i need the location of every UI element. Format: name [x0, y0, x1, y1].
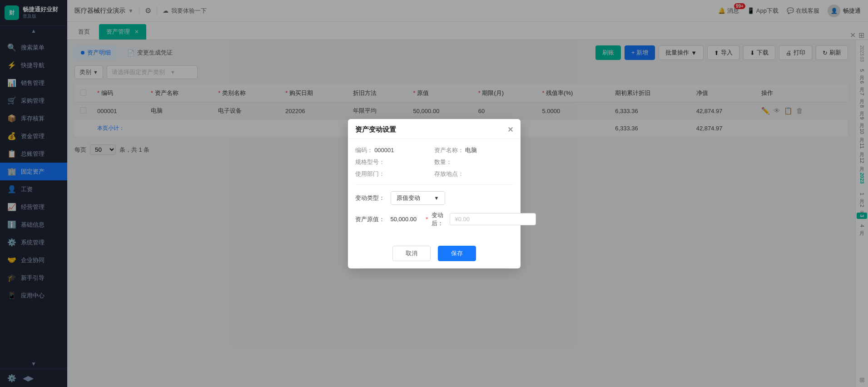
change-type-dropdown-icon: ▼ [434, 195, 439, 201]
location-label: 存放地点： [434, 170, 464, 177]
after-change-input[interactable] [450, 213, 536, 225]
dialog-body: 编码： 000001 资产名称： 电脑 规格型号： 数量： 使用部门： [348, 139, 521, 241]
qty-label: 数量： [434, 159, 452, 165]
dialog-close-icon[interactable]: ✕ [507, 125, 513, 134]
cancel-label: 取消 [406, 250, 417, 257]
dialog-title: 资产变动设置 [355, 125, 396, 134]
spec-label: 规格型号： [355, 159, 385, 165]
dialog-header: 资产变动设置 ✕ [348, 119, 521, 139]
asset-value-row: 资产原值： 50,000.00 * 变动后： [355, 211, 513, 228]
change-type-value: 原值变动 [397, 194, 420, 202]
save-button[interactable]: 保存 [438, 246, 476, 261]
code-value: 000001 [374, 147, 394, 154]
dialog-qty-field: 数量： [434, 158, 513, 166]
original-value-label: 资产原值： [355, 215, 387, 223]
change-type-label: 变动类型： [355, 194, 387, 202]
change-type-row: 变动类型： 原值变动 ▼ [355, 191, 513, 205]
change-type-select[interactable]: 原值变动 ▼ [391, 191, 445, 205]
asset-name-value: 电脑 [465, 147, 477, 154]
dialog-info-grid: 编码： 000001 资产名称： 电脑 规格型号： 数量： 使用部门： [355, 146, 513, 178]
asset-change-dialog: 资产变动设置 ✕ 编码： 000001 资产名称： 电脑 规格型号： 数量： [348, 119, 521, 268]
modal-overlay: 资产变动设置 ✕ 编码： 000001 资产名称： 电脑 规格型号： 数量： [0, 0, 868, 387]
dept-label: 使用部门： [355, 170, 385, 177]
dialog-dept-field: 使用部门： [355, 170, 434, 178]
original-value-display: 50,000.00 [391, 216, 417, 223]
dialog-code-field: 编码： 000001 [355, 146, 434, 154]
asset-name-label: 资产名称： [434, 147, 464, 154]
dialog-location-field: 存放地点： [434, 170, 513, 178]
code-label: 编码： [355, 147, 373, 154]
cancel-button[interactable]: 取消 [392, 246, 431, 261]
dialog-footer: 取消 保存 [348, 241, 521, 268]
dialog-name-field: 资产名称： 电脑 [434, 146, 513, 154]
required-star: * [426, 216, 428, 223]
dialog-spec-field: 规格型号： [355, 158, 434, 166]
dialog-divider [355, 184, 513, 185]
after-change-label: 变动后： [432, 211, 443, 228]
save-label: 保存 [451, 250, 463, 257]
